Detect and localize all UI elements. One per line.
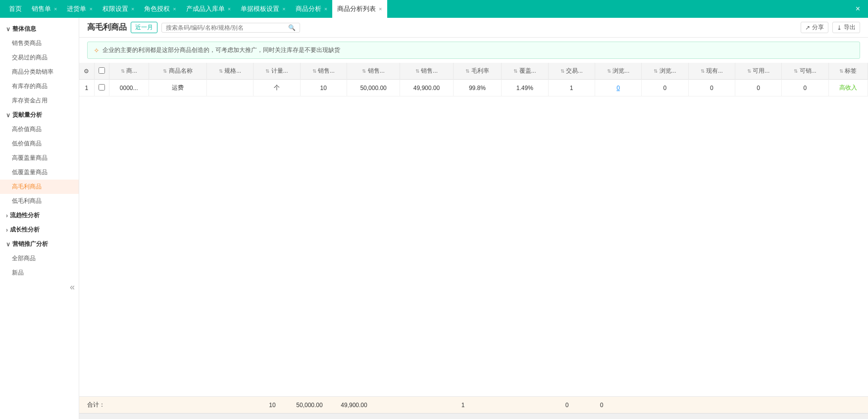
- window-close-button[interactable]: ×: [852, 4, 864, 13]
- sidebar-group-arrow: ∨: [6, 26, 10, 33]
- sidebar-item-高覆盖量商品[interactable]: 高覆盖量商品: [0, 151, 79, 165]
- nav-tab-首页[interactable]: 首页: [4, 0, 27, 18]
- tab-close-icon[interactable]: ×: [131, 6, 134, 12]
- content-area: 高毛利商品 近一月 🔍 ↗ 分享 ⤓ 导出 ✧ 企业的主要的利润都是这部分商品创…: [79, 18, 868, 419]
- sidebar-item-销售类商品[interactable]: 销售类商品: [0, 36, 79, 50]
- tab-close-icon[interactable]: ×: [89, 6, 92, 12]
- cell-current_stock: 0: [688, 80, 735, 96]
- footer-current-stock: 0: [550, 402, 584, 409]
- col-header-sales_amount[interactable]: ⇅ 销售...: [347, 63, 400, 80]
- info-banner: ✧ 企业的主要的利润都是这部分商品创造的，可考虑加大推广，同时关注库存是不要出现…: [87, 42, 860, 59]
- sidebar-group-label: 贡献量分析: [12, 111, 42, 119]
- tab-close-icon[interactable]: ×: [173, 6, 176, 12]
- horizontal-scrollbar[interactable]: [79, 413, 868, 419]
- sidebar-item-有库存的商品[interactable]: 有库存的商品: [0, 79, 79, 93]
- footer-transaction: 1: [446, 402, 480, 409]
- cell-name: 运费: [149, 80, 206, 96]
- col-header-tag[interactable]: ⇅ 标签: [828, 63, 868, 80]
- cell-view2: 0: [642, 80, 688, 96]
- share-icon: ↗: [805, 24, 810, 31]
- main-layout: ∨整体信息销售类商品交易过的商品商品分类助销率有库存的商品库存资金占用∨贡献量分…: [0, 18, 868, 419]
- sidebar-group-label: 流趋性分析: [10, 211, 40, 220]
- col-header-view2[interactable]: ⇅ 浏览...: [642, 63, 688, 80]
- footer-sales-qty: 10: [257, 402, 287, 409]
- nav-tab-权限设置[interactable]: 权限设置×: [98, 0, 139, 18]
- tab-close-icon[interactable]: ×: [282, 6, 285, 12]
- col-header-settings: ⚙: [79, 63, 94, 80]
- col-header-name[interactable]: ⇅ 商品名称: [149, 63, 206, 80]
- tab-close-icon[interactable]: ×: [379, 6, 382, 12]
- sidebar-group-3[interactable]: ›成长性分析: [0, 223, 79, 237]
- search-icon[interactable]: 🔍: [288, 24, 296, 31]
- sidebar-item-高毛利商品[interactable]: 高毛利商品: [0, 180, 79, 194]
- col-header-code[interactable]: ⇅ 商...: [109, 63, 149, 80]
- cell-available_stock: 0: [735, 80, 781, 96]
- sidebar-collapse-button[interactable]: «: [0, 280, 79, 294]
- cell-spec: [206, 80, 253, 96]
- tab-close-icon[interactable]: ×: [228, 6, 231, 12]
- export-icon: ⤓: [837, 24, 842, 31]
- sidebar-item-低价值商品[interactable]: 低价值商品: [0, 137, 79, 151]
- col-header-gross_margin[interactable]: ⇅ 毛利率: [453, 63, 502, 80]
- nav-tab-商品分析列表[interactable]: 商品分析列表×: [332, 0, 387, 18]
- search-input[interactable]: [166, 24, 288, 31]
- sidebar-group-2[interactable]: ›流趋性分析: [0, 208, 79, 223]
- data-table: ⚙⇅ 商...⇅ 商品名称⇅ 规格...⇅ 计量...⇅ 销售...⇅ 销售..…: [79, 63, 868, 96]
- cell-coverage: 1.49%: [502, 80, 548, 96]
- col-header-current_stock[interactable]: ⇅ 现有...: [688, 63, 735, 80]
- select-all-checkbox[interactable]: [99, 67, 105, 74]
- period-button[interactable]: 近一月: [131, 22, 157, 33]
- cell-gross_margin: 99.8%: [453, 80, 502, 96]
- col-header-coverage[interactable]: ⇅ 覆盖...: [502, 63, 548, 80]
- view1-link[interactable]: 0: [616, 85, 620, 92]
- cell-sellable_stock: 0: [782, 80, 828, 96]
- export-button[interactable]: ⤓ 导出: [832, 22, 860, 33]
- cell-sales_amount: 50,000.00: [347, 80, 400, 96]
- cell-tag: 高收入: [828, 80, 868, 96]
- nav-tab-进货单[interactable]: 进货单×: [62, 0, 97, 18]
- top-nav: 首页销售单×进货单×权限设置×角色授权×产成品入库单×单据模板设置×商品分析×商…: [0, 0, 868, 18]
- cell-settings: 1: [79, 80, 94, 96]
- cell-sales_qty: 10: [300, 80, 347, 96]
- cell-code: 0000...: [109, 80, 149, 96]
- nav-tab-商品分析[interactable]: 商品分析×: [291, 0, 332, 18]
- sidebar: ∨整体信息销售类商品交易过的商品商品分类助销率有库存的商品库存资金占用∨贡献量分…: [0, 18, 79, 419]
- col-header-sales_profit[interactable]: ⇅ 销售...: [400, 63, 453, 80]
- tab-close-icon[interactable]: ×: [324, 6, 327, 12]
- sidebar-item-高价值商品[interactable]: 高价值商品: [0, 122, 79, 137]
- sidebar-item-低覆盖量商品[interactable]: 低覆盖量商品: [0, 165, 79, 180]
- col-header-sales_qty[interactable]: ⇅ 销售...: [300, 63, 347, 80]
- sidebar-item-新品[interactable]: 新品: [0, 266, 79, 280]
- sidebar-group-0[interactable]: ∨整体信息: [0, 22, 79, 36]
- tab-close-icon[interactable]: ×: [54, 6, 57, 12]
- cell-transaction: 1: [548, 80, 595, 96]
- page-title: 高毛利商品: [87, 22, 127, 33]
- footer-available-stock: 0: [584, 402, 619, 409]
- sidebar-item-全部商品[interactable]: 全部商品: [0, 251, 79, 266]
- sidebar-item-商品分类助销率[interactable]: 商品分类助销率: [0, 65, 79, 79]
- col-header-sellable_stock[interactable]: ⇅ 可销...: [782, 63, 828, 80]
- col-header-unit[interactable]: ⇅ 计量...: [254, 63, 300, 80]
- sidebar-group-4[interactable]: ∨营销推广分析: [0, 237, 79, 251]
- nav-tab-产成品入库单[interactable]: 产成品入库单×: [181, 0, 236, 18]
- nav-tab-单据模板设置[interactable]: 单据模板设置×: [236, 0, 290, 18]
- search-box: 🔍: [161, 23, 300, 33]
- col-header-spec[interactable]: ⇅ 规格...: [206, 63, 253, 80]
- col-header-view1[interactable]: ⇅ 浏览...: [595, 63, 641, 80]
- content-header: 高毛利商品 近一月 🔍 ↗ 分享 ⤓ 导出: [79, 18, 868, 38]
- sidebar-item-库存资金占用[interactable]: 库存资金占用: [0, 93, 79, 108]
- sidebar-item-交易过的商品[interactable]: 交易过的商品: [0, 50, 79, 65]
- sidebar-group-1[interactable]: ∨贡献量分析: [0, 108, 79, 122]
- col-header-available_stock[interactable]: ⇅ 可用...: [735, 63, 781, 80]
- share-button[interactable]: ↗ 分享: [801, 22, 828, 33]
- nav-tab-角色授权[interactable]: 角色授权×: [139, 0, 181, 18]
- col-header-transaction[interactable]: ⇅ 交易...: [548, 63, 595, 80]
- nav-tab-销售单[interactable]: 销售单×: [27, 0, 62, 18]
- sidebar-group-arrow: ›: [6, 212, 8, 219]
- table-footer: 合计： 10 50,000.00 49,900.00 1 0 0: [79, 396, 868, 413]
- sidebar-item-低毛利商品[interactable]: 低毛利商品: [0, 194, 79, 208]
- table-row: 10000...运费个1050,000.0049,900.0099.8%1.49…: [79, 80, 868, 96]
- cell-sales_profit: 49,900.00: [400, 80, 453, 96]
- row-checkbox[interactable]: [99, 84, 105, 91]
- sidebar-group-label: 营销推广分析: [12, 240, 48, 248]
